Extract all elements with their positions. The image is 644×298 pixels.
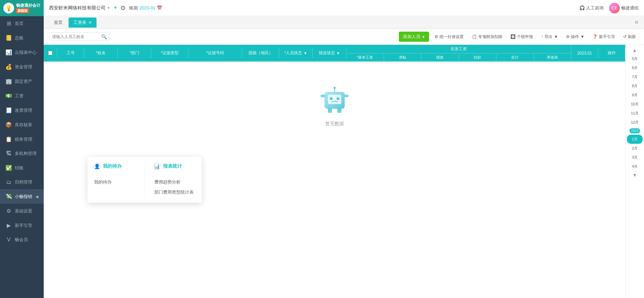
add-person-dropdown-arrow: ▼ [422, 35, 425, 39]
logo-icon: 💡 [3, 3, 14, 13]
refresh-button[interactable]: ↺ 刷新 [620, 33, 639, 41]
timeline-month-4[interactable]: 4月 [626, 162, 644, 171]
timeline-month-6[interactable]: 6月 [626, 63, 644, 72]
timeline-month-9[interactable]: 9月 [626, 91, 644, 100]
invoice-icon: 🧾 [5, 107, 12, 113]
sidebar-item-fund[interactable]: 💰 资金管理 [0, 60, 44, 74]
sidebar-item-inventory[interactable]: 📦 库存核算 [0, 118, 44, 132]
table-header: 工号 *姓名 *部门 *证据类型 *证据号码 国籍（地区） *人员状态 ▼ 报送… [44, 45, 625, 62]
th-cert-type: *证据类型 [151, 48, 188, 58]
window-close-button[interactable]: ✕ [634, 19, 639, 26]
company-settings-button[interactable]: ⚙ [120, 4, 126, 12]
th-base-wage: *基本工资 [346, 54, 384, 61]
popup-report-icon: 📊 [153, 162, 161, 170]
company-name[interactable]: 西安虾米网络科技有限公司 ▼ [49, 5, 110, 11]
select-all-checkbox[interactable] [48, 51, 52, 55]
th-operations: 操作 [598, 48, 625, 58]
search-input[interactable] [52, 34, 99, 39]
add-person-button[interactable]: 添加人员 ▼ [399, 32, 429, 42]
operations-dropdown-arrow: ▼ [580, 34, 584, 39]
sidebar: 💡 畅捷通好会计 旗舰版 ⊞ 首页 📒 总账 📊 云报表中心 💰 资金管理 🏢 … [0, 0, 44, 298]
toolbar: 🔍 添加人员 ▼ ⚙ 统一社保设置 📋 专项附加扣除 🔲 个税申报 [44, 29, 644, 45]
popup-item-my-todo[interactable]: 我的待办 [93, 177, 137, 187]
user-profile[interactable]: CE 畅捷通组 [609, 3, 639, 13]
search-box: 🔍 [49, 32, 110, 41]
toolbar-actions: 添加人员 ▼ ⚙ 统一社保设置 📋 专项附加扣除 🔲 个税申报 ↑ 导出 [399, 32, 639, 42]
timeline-month-10[interactable]: 10月 [626, 100, 644, 109]
tab-home[interactable]: 首页 [49, 18, 67, 28]
sidebar-item-salary[interactable]: 💵 工资 [0, 89, 44, 103]
cloud-report-icon: 📊 [5, 49, 12, 56]
personal-tax-icon: 🔲 [510, 34, 516, 39]
svg-point-5 [334, 87, 336, 89]
timeline-month-12[interactable]: 12月 [626, 118, 644, 127]
th-checkbox[interactable] [44, 49, 57, 57]
personal-tax-button[interactable]: 🔲 个税申报 [508, 33, 536, 41]
popup-item-dept-expense[interactable]: 部门费用类型统计表 [153, 187, 197, 197]
operations-button[interactable]: ⚙ 操作 ▼ [563, 33, 587, 41]
sidebar-item-cloud-report[interactable]: 📊 云报表中心 [0, 45, 44, 60]
timeline-month-8[interactable]: 8月 [626, 81, 644, 91]
ledger-icon: 📒 [5, 35, 12, 41]
th-send-status: 报送状态 ▼ [313, 48, 346, 58]
sidebar-item-invoice[interactable]: 🧾 发票管理 [0, 103, 44, 118]
popup-col1-title: 👤 我的待办 [93, 162, 137, 173]
sidebar-item-basic[interactable]: ⚙ 基础设置 [0, 204, 44, 218]
multi-org-icon: 🏗 [5, 151, 12, 157]
special-deduction-icon: 📋 [472, 34, 477, 39]
timeline-month-2[interactable]: 2月 [626, 144, 644, 153]
special-deduction-button[interactable]: 📋 专项附加扣除 [469, 33, 505, 41]
sidebar-item-tax[interactable]: 📋 税务管理 [0, 132, 44, 146]
sidebar-item-home[interactable]: ⊞ 首页 [0, 16, 44, 31]
social-insurance-button[interactable]: ⚙ 统一社保设置 [432, 33, 466, 41]
empty-state: 暂无数据 [44, 62, 625, 147]
send-status-filter-icon[interactable]: ▼ [336, 51, 340, 55]
headset-icon: 🎧 [579, 5, 585, 10]
svg-point-3 [337, 97, 339, 100]
wage-group-title: 应发工资 [346, 45, 571, 54]
newbie-guide-button[interactable]: ❓ 新手引导 [590, 33, 618, 41]
th-subsidy: 津贴 [384, 54, 422, 61]
calendar-icon[interactable]: 📅 [157, 5, 162, 10]
support-button[interactable]: 🎧 人工咨询 [579, 5, 604, 11]
sidebar-item-xiaochang[interactable]: 💸 小畅报销 ◀ [0, 189, 44, 204]
timeline-down-arrow[interactable]: ▼ [631, 171, 639, 179]
main-area: 西安虾米网络科技有限公司 ▼ + ⚙ 账期 2023-01 📅 🎧 人工咨询 C… [44, 0, 644, 298]
sidebar-item-member[interactable]: V 畅会员 [0, 233, 44, 247]
timeline-month-3[interactable]: 3月 [626, 153, 644, 162]
add-company-button[interactable]: + [114, 4, 117, 11]
svg-rect-6 [328, 108, 332, 113]
export-button[interactable]: ↑ 导出 ▼ [538, 33, 561, 41]
empty-text: 暂无数据 [325, 121, 344, 127]
th-deduction: 扣款 [459, 54, 497, 61]
topbar-right: 🎧 人工咨询 CE 畅捷通组 [579, 3, 639, 13]
timeline-month-11[interactable]: 11月 [626, 109, 644, 118]
tab-close-button[interactable]: ✕ [88, 20, 92, 25]
basic-icon: ⚙ [5, 208, 12, 214]
wage-sub-headers: *基本工资 津贴 绩效 扣款 合计 养老保 [346, 54, 571, 61]
svg-rect-8 [320, 95, 325, 97]
fund-icon: 💰 [5, 64, 12, 70]
timeline-year-badge: 2023 [630, 128, 640, 133]
sidebar-item-guide[interactable]: ▶ 新手引导 [0, 218, 44, 233]
avatar: CE [609, 3, 620, 13]
sidebar-item-archive[interactable]: 🗂 归档管理 [0, 175, 44, 189]
xiaochang-popup: 👤 我的待办 我的待办 📊 报表统计 费用趋势分析 部门费用类型统计表 [87, 157, 202, 203]
svg-rect-9 [344, 95, 349, 97]
sidebar-item-multi-org[interactable]: 🏗 多机构管理 [0, 146, 44, 161]
accounting-period: 账期 2023-01 📅 [129, 5, 162, 11]
timeline-month-1-current[interactable]: 1月 [627, 135, 643, 144]
sidebar-item-settlement[interactable]: ✅ 结账 [0, 161, 44, 175]
search-icon[interactable]: 🔍 [101, 34, 107, 39]
timeline-month-7[interactable]: 7月 [626, 72, 644, 81]
timeline-up-arrow[interactable]: ▲ [631, 46, 639, 54]
sidebar-item-fixed-assets[interactable]: 🏢 固定资产 [0, 74, 44, 89]
app-badge: 旗舰版 [16, 8, 29, 13]
popup-item-expense-trend[interactable]: 费用趋势分析 [153, 177, 197, 187]
timeline-month-5[interactable]: 5月 [626, 54, 644, 63]
sidebar-item-ledger[interactable]: 📒 总账 [0, 31, 44, 45]
tab-salary-table[interactable]: 工资表 ✕ [69, 18, 97, 28]
newbie-guide-icon: ❓ [593, 34, 598, 39]
th-year2023: 2023.01 [571, 49, 598, 58]
person-status-filter-icon[interactable]: ▼ [303, 51, 307, 55]
